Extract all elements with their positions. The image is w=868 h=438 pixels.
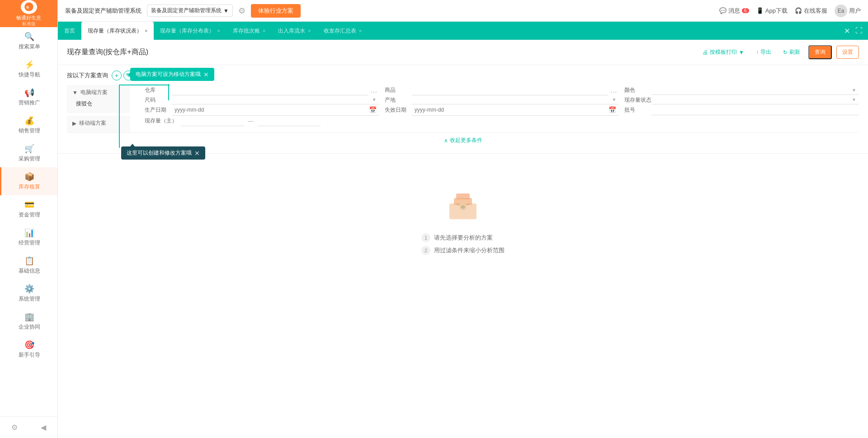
tab-batch_account[interactable]: 库存批次账× bbox=[226, 22, 272, 40]
origin-select[interactable]: ▼ bbox=[412, 95, 619, 104]
pc-scheme-item-jiejie[interactable]: 接驳仓 bbox=[72, 98, 125, 109]
service-icon: 🎧 bbox=[795, 7, 802, 14]
refresh-button[interactable]: ↻ 刷新 bbox=[779, 47, 804, 58]
color-label: 颜色 bbox=[624, 86, 651, 94]
sidebar-icon-operation: 📊 bbox=[24, 228, 34, 238]
tab-close-stock_status[interactable]: × bbox=[145, 28, 147, 33]
message-button[interactable]: 💬 消息 6 bbox=[719, 7, 749, 15]
goods-more-icon[interactable]: … bbox=[608, 86, 619, 94]
page-title-bar: 现存量查询(按仓库+商品) 🖨 按模板打印 ▼ ↑ 导出 ↻ 刷新 查询 设置 bbox=[58, 40, 868, 65]
filter-field-stock-status: 现存量状态 ▼ bbox=[624, 95, 859, 104]
size-select[interactable]: ▼ bbox=[172, 95, 379, 104]
export-button[interactable]: ↑ 导出 bbox=[752, 47, 775, 58]
filter-field-warehouse: 仓库 … bbox=[145, 85, 379, 95]
sidebar-item-sales[interactable]: 💰 销售管理 bbox=[0, 111, 57, 139]
produce-date-input[interactable]: 📅 bbox=[172, 104, 379, 116]
sidebar-icon-guide: 🎯 bbox=[24, 340, 34, 350]
filter-main-layout: ▼ 电脑端方案 接驳仓 ▶ 移动端方案 bbox=[67, 85, 859, 132]
tab-close-stock_dist[interactable]: × bbox=[217, 28, 220, 33]
tab-close-all-icon[interactable]: ✕ bbox=[842, 26, 852, 36]
sidebar-item-operation[interactable]: 📊 经营管理 bbox=[0, 223, 57, 251]
filter-field-color: 颜色 ▼ bbox=[624, 86, 859, 95]
svg-text:6: 6 bbox=[26, 5, 29, 9]
mobile-scheme-section: ▶ 移动端方案 bbox=[67, 116, 130, 132]
svg-point-0 bbox=[24, 3, 33, 12]
sidebar-item-system[interactable]: ⚙️ 系统管理 bbox=[0, 279, 57, 307]
sidebar-settings-icon[interactable]: ⚙ bbox=[8, 421, 21, 433]
sidebar-item-enterprise[interactable]: 🏢 企业协同 bbox=[0, 307, 57, 335]
svg-point-6 bbox=[461, 205, 465, 209]
print-arrow-icon: ▼ bbox=[739, 49, 744, 56]
filter-scheme-panel: ▼ 电脑端方案 接驳仓 ▶ 移动端方案 bbox=[67, 85, 139, 132]
produce-date-calendar-icon[interactable]: 📅 bbox=[369, 106, 377, 113]
sidebar-item-guide[interactable]: 🎯 新手引导 bbox=[0, 335, 57, 363]
message-badge: 6 bbox=[742, 8, 749, 13]
stock-status-select[interactable]: ▼ bbox=[651, 95, 859, 104]
print-button[interactable]: 🖨 按模板打印 ▼ bbox=[699, 47, 748, 58]
tab-label-recv_summary: 收发存汇总表 bbox=[324, 27, 356, 35]
app-download-button[interactable]: 📱 App下载 bbox=[756, 7, 788, 15]
warehouse-input[interactable] bbox=[172, 85, 368, 95]
empty-step-2: 2 用过滤条件来缩小分析范围 bbox=[421, 246, 505, 255]
sidebar-item-finance[interactable]: 💳 资金管理 bbox=[0, 195, 57, 223]
produce-date-field[interactable] bbox=[175, 107, 367, 113]
sidebar-label-operation: 经营管理 bbox=[19, 239, 40, 247]
industry-plan-button[interactable]: 体验行业方案 bbox=[251, 4, 301, 18]
tab-close-batch_account[interactable]: × bbox=[263, 28, 265, 33]
tab-close-recv_summary[interactable]: × bbox=[359, 28, 362, 33]
tab-home[interactable]: 首页 bbox=[58, 22, 81, 40]
header-right: 💬 消息 6 📱 App下载 🎧 在线客服 Ea 用户 bbox=[719, 5, 861, 17]
tab-stock_dist[interactable]: 现存量（库存分布表）× bbox=[154, 22, 226, 40]
expire-date-calendar-icon[interactable]: 📅 bbox=[609, 106, 616, 113]
tab-stock_status[interactable]: 现存量（库存状况表）× bbox=[81, 22, 154, 40]
warehouse-label: 仓库 bbox=[145, 86, 172, 94]
sidebar-icon-finance: 💳 bbox=[24, 200, 34, 210]
edit-tooltip-text: 这里可以创建和修改方案哦 bbox=[127, 149, 192, 157]
edit-tooltip: 这里可以创建和修改方案哦 ✕ bbox=[121, 146, 205, 160]
size-label: 尺码 bbox=[145, 96, 172, 104]
filter-area: 电脑方案可设为移动方案哦 ✕ 这里可以创建和修改方案哦 ✕ 按以下方案查询 + bbox=[58, 65, 868, 154]
user-button[interactable]: Ea 用户 bbox=[835, 5, 861, 17]
goods-input[interactable] bbox=[412, 85, 609, 95]
stock-qty-min[interactable] bbox=[181, 116, 244, 126]
guide-vline2 bbox=[119, 85, 120, 148]
expire-date-field[interactable] bbox=[415, 107, 607, 113]
system-select[interactable]: 装备及固定资产辅助管理系统 ▼ bbox=[147, 5, 233, 17]
sidebar-icon-inventory: 📦 bbox=[24, 172, 34, 182]
filter-row-2: 尺码 ▼ 产地 ▼ 现存量状态 bbox=[145, 95, 859, 104]
sidebar-item-inventory[interactable]: 📦 库存核算 bbox=[0, 167, 57, 195]
add-scheme-button[interactable]: + bbox=[112, 71, 122, 80]
tab-label-inout_flow: 出入库流水 bbox=[278, 27, 305, 35]
pc-scheme-title[interactable]: ▼ 电脑端方案 bbox=[72, 89, 125, 96]
user-label: 用户 bbox=[849, 7, 861, 15]
print-label: 按模板打印 bbox=[710, 48, 737, 56]
expire-date-input[interactable]: 📅 bbox=[412, 104, 619, 116]
collapse-button[interactable]: ∧ 收起更多条件 bbox=[67, 132, 859, 148]
batch-input[interactable] bbox=[651, 105, 859, 115]
filter-field-batch: 批号 bbox=[624, 105, 859, 115]
filter-field-produce-date: 生产日期 📅 bbox=[145, 104, 379, 116]
scheme-tooltip-close[interactable]: ✕ bbox=[203, 71, 209, 78]
sidebar-item-search[interactable]: 🔍 搜索菜单 bbox=[0, 27, 57, 55]
settings-gear-icon[interactable]: ⚙ bbox=[238, 6, 245, 16]
tab-recv_summary[interactable]: 收发存汇总表× bbox=[317, 22, 368, 40]
online-service-button[interactable]: 🎧 在线客服 bbox=[795, 7, 827, 15]
mobile-scheme-title[interactable]: ▶ 移动端方案 bbox=[72, 119, 125, 127]
sidebar-item-quick[interactable]: ⚡ 快捷导航 bbox=[0, 55, 57, 83]
sidebar-item-purchase[interactable]: 🛒 采购管理 bbox=[0, 139, 57, 167]
sidebar-item-marketing[interactable]: 📢 营销推广 bbox=[0, 83, 57, 111]
sidebar-collapse-icon[interactable]: ◀ bbox=[37, 421, 50, 433]
warehouse-more-icon[interactable]: … bbox=[368, 86, 379, 94]
sidebar-item-basic[interactable]: 📋 基础信息 bbox=[0, 251, 57, 279]
query-button[interactable]: 查询 bbox=[808, 45, 832, 59]
filter-label: 按以下方案查询 bbox=[67, 71, 108, 80]
chevron-down-icon: ▼ bbox=[223, 8, 229, 14]
settings-button[interactable]: 设置 bbox=[836, 46, 859, 59]
color-select[interactable]: ▼ bbox=[651, 86, 859, 95]
stock-qty-max[interactable] bbox=[257, 116, 321, 126]
edit-tooltip-close[interactable]: ✕ bbox=[194, 150, 200, 157]
tab-close-inout_flow[interactable]: × bbox=[308, 28, 311, 33]
sidebar-icon-marketing: 📢 bbox=[24, 88, 34, 98]
tab-inout_flow[interactable]: 出入库流水× bbox=[272, 22, 317, 40]
tab-maximize-icon[interactable]: ⛶ bbox=[854, 26, 864, 36]
